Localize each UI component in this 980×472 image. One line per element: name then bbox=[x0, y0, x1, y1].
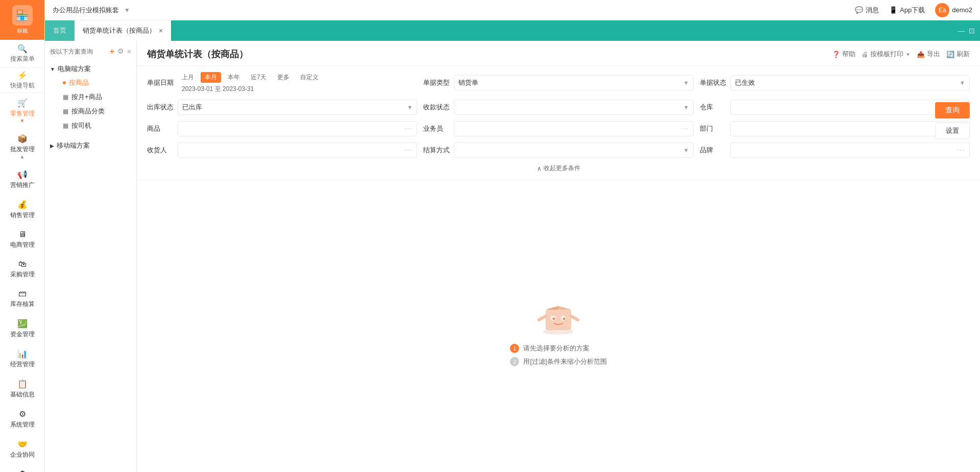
sidebar-item-procurement[interactable]: 🛍 采购管理 bbox=[0, 254, 44, 284]
date-tab-custom[interactable]: 自定义 bbox=[296, 72, 323, 83]
filter-item-by-category[interactable]: ▦ 按商品分类 bbox=[50, 104, 131, 119]
sidebar-item-inventory[interactable]: 🗃 库存核算 bbox=[0, 284, 44, 314]
sidebar-item-enterprise[interactable]: 🤝 企业协同 bbox=[0, 434, 44, 464]
sidebar-item-wholesale[interactable]: 📦 批发管理 ▲ bbox=[0, 129, 44, 164]
svg-point-4 bbox=[553, 317, 555, 320]
receiver-label: 收货人 bbox=[147, 146, 174, 155]
company-name: 办公用品行业模拟账套 bbox=[53, 6, 119, 15]
finance-label: 资金管理 bbox=[10, 330, 35, 339]
app-download-button[interactable]: 📱 App下载 bbox=[889, 6, 925, 15]
dept-label: 部门 bbox=[700, 124, 726, 133]
category-icon: ▦ bbox=[63, 108, 68, 115]
storage-label: 仓库 bbox=[700, 103, 726, 112]
print-button[interactable]: 🖨 按模板打印 ▼ bbox=[862, 50, 911, 59]
company-dropdown-icon[interactable]: ▼ bbox=[124, 7, 130, 14]
date-tab-last-month[interactable]: 上月 bbox=[178, 72, 198, 83]
filter-item-label4: 按司机 bbox=[71, 121, 91, 130]
collapse-label: 收起更多条件 bbox=[544, 164, 580, 173]
date-tab-this-month[interactable]: 本月 bbox=[201, 72, 221, 83]
dept-select[interactable]: ▼ bbox=[730, 121, 970, 136]
filter-item-label: 按商品 bbox=[69, 78, 89, 87]
query-actions: 查询 设置 bbox=[935, 102, 970, 139]
query-button[interactable]: 查询 bbox=[935, 102, 970, 119]
active-dot bbox=[63, 81, 66, 84]
filter-group-mobile-title[interactable]: ▶ 移动端方案 bbox=[50, 139, 131, 152]
status-select[interactable]: 已生效 ▼ bbox=[730, 75, 970, 90]
type-arrow-icon: ▼ bbox=[683, 80, 689, 86]
finance-icon: 💹 bbox=[17, 319, 28, 328]
sidebar-item-retail[interactable]: 🛒 零售管理 ▼ bbox=[0, 93, 44, 129]
filter-settings-icon[interactable]: ⚙ bbox=[117, 47, 124, 56]
filter-item-by-goods[interactable]: 按商品 bbox=[50, 76, 131, 90]
date-tab-more[interactable]: 更多 bbox=[273, 72, 293, 83]
sidebar-item-ecommerce[interactable]: 🖥 电商管理 bbox=[0, 225, 44, 254]
tip-num-1: 1 bbox=[510, 344, 519, 353]
warehouse-select[interactable]: 已出库 ▼ bbox=[178, 100, 417, 115]
export-icon: 📤 bbox=[917, 51, 925, 58]
top-header: 办公用品行业模拟账套 ▼ 💬 消息 📱 App下载 Ea demo2 bbox=[45, 0, 980, 20]
brand-input[interactable]: ··· bbox=[730, 143, 970, 158]
settings-button[interactable]: 设置 bbox=[935, 123, 970, 139]
sidebar-item-operations[interactable]: 📊 经营管理 bbox=[0, 344, 44, 374]
ecommerce-label: 电商管理 bbox=[10, 241, 35, 249]
filter-add-icon[interactable]: + bbox=[110, 47, 114, 56]
filter-item-by-month-goods[interactable]: ▦ 按月+商品 bbox=[50, 90, 131, 104]
warehouse-label: 出库状态 bbox=[147, 103, 174, 112]
sidebar-nav-shortcut[interactable]: ⚡ 快捷导航 bbox=[0, 68, 44, 93]
tab-active[interactable]: 销货单统计表（按商品） × bbox=[75, 20, 171, 41]
print-dropdown-icon: ▼ bbox=[905, 52, 911, 57]
svg-line-6 bbox=[539, 316, 546, 320]
enterprise-label: 企业协同 bbox=[10, 451, 35, 459]
query-goods-cell: 商品 ··· bbox=[147, 121, 417, 136]
tab-close-icon[interactable]: × bbox=[159, 27, 163, 35]
type-label: 单据类型 bbox=[423, 78, 450, 87]
date-tab-7days[interactable]: 近7天 bbox=[247, 72, 271, 83]
refresh-button[interactable]: 🔄 刷新 bbox=[946, 50, 970, 59]
header-right: 💬 消息 📱 App下载 Ea demo2 bbox=[855, 3, 972, 17]
sidebar-item-marketing[interactable]: 📢 营销推广 bbox=[0, 164, 44, 195]
storage-input[interactable]: ··· bbox=[730, 100, 970, 115]
export-button[interactable]: 📤 导出 bbox=[917, 50, 940, 59]
avatar-initials: Ea bbox=[939, 7, 946, 14]
help-button[interactable]: ❓ 帮助 bbox=[832, 50, 855, 59]
filter-group-desktop-title[interactable]: ▼ 电脑端方案 bbox=[50, 62, 131, 76]
date-tab-this-year[interactable]: 本年 bbox=[224, 72, 244, 83]
filter-collapse-icon[interactable]: « bbox=[127, 47, 131, 56]
sidebar-search[interactable]: 🔍 搜索菜单 bbox=[0, 40, 44, 68]
sales-icon: 💰 bbox=[17, 200, 28, 209]
brand-dots: ··· bbox=[957, 146, 965, 155]
type-select[interactable]: 销货单 ▼ bbox=[454, 75, 693, 90]
goods-input[interactable]: ··· bbox=[178, 121, 417, 136]
phone-icon: 📱 bbox=[889, 6, 897, 14]
wholesale-label: 批发管理 bbox=[10, 145, 35, 154]
page-title-row: 销货单统计表（按商品） ❓ 帮助 🖨 按模板打印 ▼ 📤 导出 bbox=[137, 41, 980, 65]
receiver-input[interactable]: ··· bbox=[178, 143, 417, 158]
svg-point-5 bbox=[563, 317, 566, 320]
query-brand-cell: 品牌 ··· bbox=[700, 143, 970, 158]
sidebar-item-sales[interactable]: 💰 销售管理 bbox=[0, 195, 44, 225]
tab-bar: 首页 销货单统计表（按商品） × — ⊡ bbox=[45, 20, 980, 41]
tab-minimize-icon[interactable]: — bbox=[958, 27, 965, 35]
tab-home[interactable]: 首页 bbox=[45, 20, 75, 41]
sidebar-item-finance[interactable]: 💹 资金管理 bbox=[0, 314, 44, 344]
collapse-button[interactable]: ∧ 收起更多条件 bbox=[537, 164, 580, 173]
base-label: 基础信息 bbox=[10, 390, 35, 399]
date-range[interactable]: 2023-03-01 至 2023-03-31 bbox=[182, 85, 417, 93]
right-content: 销货单统计表（按商品） ❓ 帮助 🖨 按模板打印 ▼ 📤 导出 bbox=[137, 41, 980, 472]
marketing-label: 营销推广 bbox=[10, 181, 35, 190]
tab-maximize-icon[interactable]: ⊡ bbox=[969, 27, 975, 35]
filter-item-by-driver[interactable]: ▦ 按司机 bbox=[50, 119, 131, 133]
messages-button[interactable]: 💬 消息 bbox=[855, 6, 879, 15]
payment-select[interactable]: ▼ bbox=[454, 143, 693, 158]
sidebar-item-base[interactable]: 📋 基础信息 bbox=[0, 374, 44, 404]
collection-select[interactable]: ▼ bbox=[454, 100, 693, 115]
query-storage-cell: 仓库 ··· bbox=[700, 100, 970, 115]
sidebar-item-newbie[interactable]: 🎓 新手引导 bbox=[0, 464, 44, 472]
message-icon: 💬 bbox=[855, 6, 863, 14]
date-tabs: 上月 本月 本年 近7天 更多 自定义 bbox=[178, 72, 417, 83]
staff-input[interactable]: ··· bbox=[454, 121, 693, 136]
filter-panel-title: 按以下方案查询 bbox=[50, 48, 93, 56]
user-menu[interactable]: Ea demo2 bbox=[935, 3, 972, 17]
active-tab-label: 销货单统计表（按商品） bbox=[83, 26, 156, 35]
sidebar-item-system[interactable]: ⚙ 系统管理 bbox=[0, 404, 44, 434]
